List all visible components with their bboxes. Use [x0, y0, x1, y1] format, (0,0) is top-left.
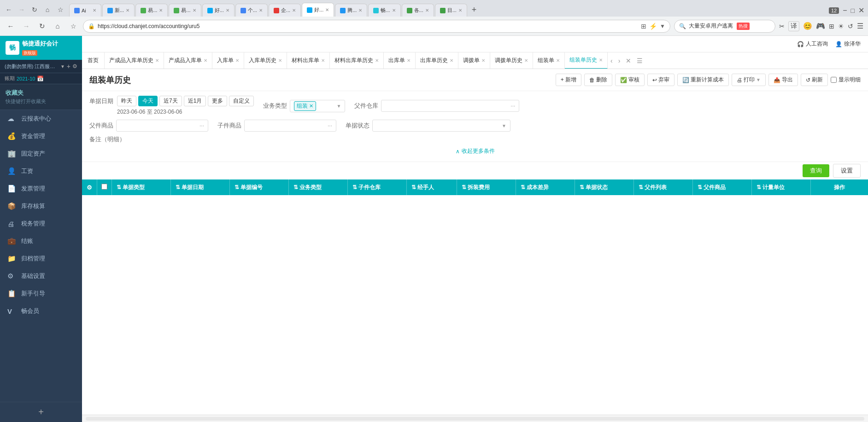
new-button[interactable]: + 新增 — [556, 74, 581, 86]
bookmark-title[interactable]: 收藏夹 — [6, 89, 76, 97]
settings-button[interactable]: 设置 — [833, 164, 861, 178]
sidebar-item-salary[interactable]: 👤 工资 — [0, 162, 82, 180]
browser-tab[interactable]: 个... ✕ — [235, 4, 268, 17]
browser-tab[interactable]: 易... ✕ — [135, 4, 168, 17]
browser-tab[interactable]: 易... ✕ — [169, 4, 201, 17]
refresh-button[interactable]: ↺ 刷新 — [801, 74, 828, 86]
menu-icon[interactable]: ☰ — [857, 22, 863, 30]
ellipsis-icon[interactable]: ··· — [199, 122, 204, 129]
reload-button[interactable]: ↻ — [29, 5, 40, 15]
sidebar-item-guide[interactable]: 📋 新手引导 — [0, 285, 82, 302]
browser-tab[interactable]: Ai ✕ — [69, 4, 101, 17]
print-dropdown[interactable]: ▼ — [756, 77, 761, 82]
tab-nav-right[interactable]: › — [616, 57, 623, 64]
tab-close[interactable]: ✕ — [321, 58, 325, 63]
sun-icon[interactable]: ☀ — [838, 23, 844, 30]
col-child-warehouse[interactable]: ⇅ 子件仓库 — [347, 179, 406, 195]
tab-close-icon[interactable]: ✕ — [292, 8, 296, 13]
forward-button[interactable]: → — [17, 5, 27, 15]
collapse-button[interactable]: ∧ 收起更多条件 — [89, 145, 861, 157]
new-tab-button[interactable]: + — [468, 4, 480, 16]
tab-out-bill-history[interactable]: 出库单历史 ✕ — [416, 52, 458, 69]
tab-product-in-history[interactable]: 产成品入库单历史 ✕ — [105, 52, 164, 69]
col-disassemble-fee[interactable]: ⇅ 拆装费用 — [457, 179, 516, 195]
table-checkbox-header[interactable] — [97, 179, 111, 195]
tab-material-out[interactable]: 材料出库单 ✕ — [287, 52, 330, 69]
col-parent-goods[interactable]: ⇅ 父件商品 — [693, 179, 752, 195]
game-icon[interactable]: 🎮 — [816, 22, 825, 30]
sidebar-item-member[interactable]: V 畅会员 — [0, 302, 82, 320]
col-parent-list[interactable]: ⇅ 父件列表 — [633, 179, 692, 195]
browser-tab[interactable]: 企... ✕ — [269, 4, 301, 17]
address-dropdown[interactable]: ▼ — [660, 23, 665, 29]
tab-close-icon[interactable]: ✕ — [425, 8, 429, 13]
browser-tab[interactable]: 各... ✕ — [402, 4, 434, 17]
tab-close[interactable]: ✕ — [450, 58, 453, 63]
search-bar[interactable]: 🔍 大量安卓用户逃离 热搜 — [674, 20, 775, 33]
tab-close-icon[interactable]: ✕ — [159, 8, 163, 13]
sidebar-item-fixed-assets[interactable]: 🏢 固定资产 — [0, 145, 82, 162]
tab-assemble-history[interactable]: 组装单历史 ✕ — [565, 52, 608, 69]
browser-tab[interactable]: 目... ✕ — [435, 4, 467, 17]
browser-tab-active[interactable]: 好... ✕ — [302, 3, 334, 17]
sidebar-item-inventory[interactable]: 📦 库存核算 — [0, 197, 82, 215]
emoji-icon[interactable]: 😊 — [803, 22, 812, 30]
tab-close-icon[interactable]: ✕ — [259, 8, 263, 13]
sidebar-item-basic-settings[interactable]: ⚙ 基础设置 — [0, 267, 82, 285]
address-bar[interactable]: 🔒 https://cloud.chanjet.com/accounting/u… — [83, 20, 670, 33]
sidebar-item-finance[interactable]: 💰 资金管理 — [0, 127, 82, 145]
minimize-button[interactable]: − — [843, 6, 847, 15]
tab-close-icon[interactable]: ✕ — [392, 8, 396, 13]
lightning-icon[interactable]: ⚡ — [649, 23, 657, 30]
col-bill-status[interactable]: ⇅ 单据状态 — [575, 179, 633, 195]
tab-transfer-history[interactable]: 调拨单历史 ✕ — [490, 52, 533, 69]
tag-remove[interactable]: ✕ — [309, 103, 313, 109]
col-bill-date[interactable]: ⇅ 单据日期 — [170, 179, 229, 195]
col-biz-type[interactable]: ⇅ 业务类型 — [288, 179, 347, 195]
export-button[interactable]: 📤 导出 — [768, 74, 798, 86]
tab-close[interactable]: ✕ — [556, 58, 560, 63]
tab-transfer[interactable]: 调拨单 ✕ — [458, 52, 490, 69]
settings-icon[interactable]: ⚙ — [72, 63, 77, 69]
show-detail-checkbox[interactable]: 显示明细 — [831, 76, 861, 84]
tab-close[interactable]: ✕ — [481, 58, 485, 63]
tab-close[interactable]: ✕ — [524, 58, 528, 63]
tab-close-icon[interactable]: ✕ — [325, 7, 329, 12]
tab-nav-left[interactable]: ‹ — [608, 57, 616, 64]
sidebar-item-invoice[interactable]: 📄 发票管理 — [0, 180, 82, 197]
tab-assemble[interactable]: 组装单 ✕ — [533, 52, 565, 69]
col-handler[interactable]: ⇅ 经手人 — [406, 179, 457, 195]
customer-service[interactable]: 🎧 人工咨询 — [797, 40, 828, 48]
tab-close[interactable]: ✕ — [204, 58, 207, 63]
qr-icon[interactable]: ⊞ — [641, 23, 646, 30]
tab-in-bill[interactable]: 入库单 ✕ — [212, 52, 244, 69]
ellipsis-icon[interactable]: ··· — [328, 122, 332, 129]
bill-status-select[interactable]: ▼ — [372, 120, 510, 132]
company-selector[interactable]: (勿删勿禁用) 江西服宝测试专用 ▼ + ⚙ — [0, 60, 82, 73]
parent-goods-input[interactable]: ··· — [116, 120, 208, 132]
tab-menu[interactable]: ☰ — [634, 57, 645, 64]
sidebar-item-checkout[interactable]: 💼 结账 — [0, 232, 82, 250]
tab-close[interactable]: ✕ — [235, 58, 239, 63]
recalculate-button[interactable]: 🔄 重新计算成本 — [677, 74, 729, 86]
browser-tab[interactable]: 新... ✕ — [102, 4, 135, 17]
date-btn-yesterday[interactable]: 昨天 — [117, 96, 136, 106]
tab-close[interactable]: ✕ — [155, 58, 159, 63]
home-button[interactable]: ⌂ — [42, 5, 53, 15]
date-btn-more[interactable]: 更多 — [208, 96, 227, 106]
translate-icon[interactable]: 译 — [788, 21, 799, 31]
nav-reload[interactable]: ↻ — [36, 20, 48, 32]
review-button[interactable]: ✅ 审核 — [615, 74, 645, 86]
tab-product-in[interactable]: 产成品入库单 ✕ — [164, 52, 212, 69]
browser-tab[interactable]: 畅... ✕ — [368, 4, 400, 17]
tab-close-icon[interactable]: ✕ — [358, 8, 362, 13]
tab-close[interactable]: ✕ — [375, 58, 379, 63]
tab-home[interactable]: 首页 — [82, 52, 105, 69]
sidebar-add-button[interactable]: + — [0, 402, 82, 422]
col-unit[interactable]: ⇅ 计量单位 — [752, 179, 811, 195]
tab-close-icon[interactable]: ✕ — [458, 8, 462, 13]
ellipsis-icon[interactable]: ··· — [510, 103, 515, 109]
tab-close-icon[interactable]: ✕ — [193, 8, 196, 13]
calendar-icon[interactable]: 📅 — [37, 75, 44, 82]
nav-back[interactable]: ← — [5, 20, 17, 32]
